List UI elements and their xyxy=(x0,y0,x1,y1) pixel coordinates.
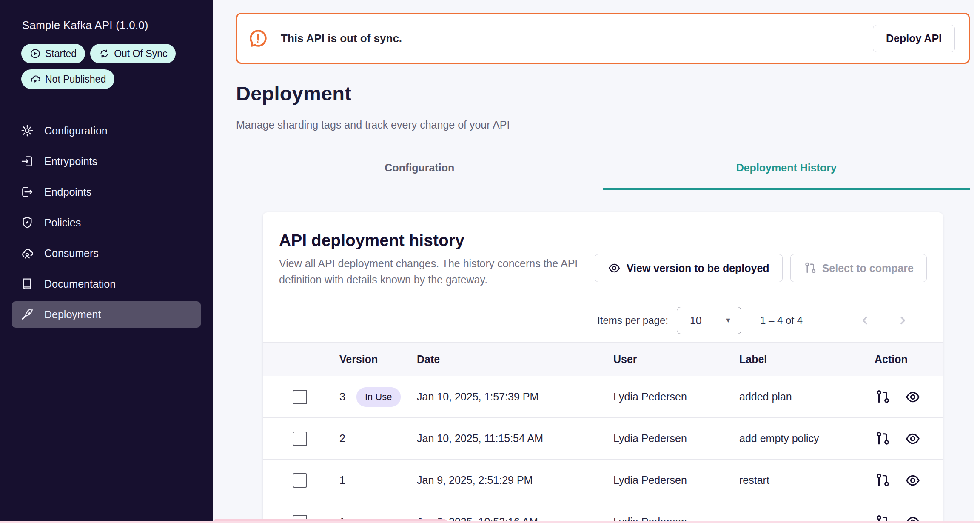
card-description: View all API deployment changes. The his… xyxy=(279,256,595,288)
row-label: added plan xyxy=(739,391,875,403)
row-checkbox[interactable] xyxy=(293,473,307,488)
row-user: Lydia Pedersen xyxy=(613,474,739,486)
sidebar-item-entrypoints[interactable]: Entrypoints xyxy=(12,148,201,174)
card-title: API deployment history xyxy=(279,231,595,250)
row-label: restart xyxy=(739,474,875,486)
api-title: Sample Kafka API (1.0.0) xyxy=(22,19,201,32)
sync-icon xyxy=(99,48,110,59)
banner-message: This API is out of sync. xyxy=(281,32,873,45)
eye-icon[interactable] xyxy=(905,389,920,405)
sidebar-item-label: Configuration xyxy=(44,125,108,137)
next-page-button[interactable] xyxy=(896,314,909,327)
sidebar-nav: Configuration Entrypoints Endpoints Poli… xyxy=(12,117,201,328)
row-checkbox[interactable] xyxy=(293,390,307,404)
sidebar-item-label: Entrypoints xyxy=(44,155,97,168)
eye-icon xyxy=(608,262,621,274)
deployment-history-card: API deployment history View all API depl… xyxy=(263,212,943,523)
table-row: 2 Jan 10, 2025, 11:15:54 AM Lydia Peders… xyxy=(263,417,943,459)
sidebar-divider xyxy=(12,106,201,106)
sidebar-item-label: Consumers xyxy=(44,247,99,260)
bottom-pink-strip xyxy=(0,521,980,523)
sidebar-item-label: Deployment xyxy=(44,309,101,321)
card-header-text: API deployment history View all API depl… xyxy=(279,231,595,288)
exit-arrow-icon xyxy=(20,185,34,199)
previous-page-button[interactable] xyxy=(859,314,872,327)
status-badge-out-of-sync: Out Of Sync xyxy=(90,44,176,63)
status-badge-label: Out Of Sync xyxy=(114,48,167,60)
chevron-right-icon xyxy=(896,314,909,327)
sidebar-item-label: Policies xyxy=(44,217,81,229)
book-icon xyxy=(20,277,34,291)
sidebar-item-consumers[interactable]: Consumers xyxy=(12,240,201,266)
tab-deployment-history[interactable]: Deployment History xyxy=(603,154,970,190)
warning-bubble-icon xyxy=(248,29,268,48)
table-header-row: Version Date User Label Action xyxy=(263,343,943,376)
compare-icon[interactable] xyxy=(875,389,890,405)
out-of-sync-banner: This API is out of sync. Deploy API xyxy=(236,13,970,64)
deploy-api-button[interactable]: Deploy API xyxy=(873,25,955,52)
column-header-version: Version xyxy=(327,353,417,366)
table-row: 1 Jan 9, 2025, 2:51:29 PM Lydia Pedersen… xyxy=(263,459,943,501)
version-number: 2 xyxy=(339,432,345,445)
play-circle-icon xyxy=(30,48,41,59)
items-per-page-label: Items per page: xyxy=(597,314,668,326)
pagination-bar: Items per page: 10 ▼ 1 – 4 of 4 xyxy=(263,299,943,342)
sidebar-item-documentation[interactable]: Documentation xyxy=(12,271,201,297)
page-subtitle: Manage sharding tags and track every cha… xyxy=(236,119,970,131)
version-number: 1 xyxy=(339,474,345,486)
deployment-history-table: Version Date User Label Action 3 In Use … xyxy=(263,342,943,523)
entry-arrow-icon xyxy=(20,154,34,168)
page-title: Deployment xyxy=(236,82,970,105)
status-badge-label: Not Published xyxy=(45,74,106,85)
column-header-action: Action xyxy=(875,353,943,366)
in-use-badge: In Use xyxy=(356,387,401,407)
view-version-label: View version to be deployed xyxy=(627,262,769,274)
tab-bar: Configuration Deployment History xyxy=(236,154,970,190)
scrollbar-track[interactable] xyxy=(974,0,980,523)
row-date: Jan 10, 2025, 1:57:39 PM xyxy=(417,391,613,403)
select-to-compare-button[interactable]: Select to compare xyxy=(790,254,927,282)
column-header-label: Label xyxy=(739,353,875,366)
api-status-badges: Started Out Of Sync Not Published xyxy=(21,44,200,89)
column-header-user: User xyxy=(613,353,739,366)
status-badge-started: Started xyxy=(21,44,85,63)
tab-configuration[interactable]: Configuration xyxy=(236,154,603,190)
row-date: Jan 9, 2025, 2:51:29 PM xyxy=(417,474,613,486)
column-header-date: Date xyxy=(417,353,613,366)
sidebar-item-label: Endpoints xyxy=(44,186,91,198)
version-number: 3 xyxy=(339,391,345,403)
sidebar: Sample Kafka API (1.0.0) Started Out Of … xyxy=(0,0,213,523)
eye-icon[interactable] xyxy=(905,473,920,488)
view-version-button[interactable]: View version to be deployed xyxy=(595,254,783,282)
row-user: Lydia Pedersen xyxy=(613,391,739,403)
gear-icon xyxy=(20,124,34,137)
chevron-down-icon: ▼ xyxy=(725,317,732,324)
sidebar-item-label: Documentation xyxy=(44,278,116,290)
cloud-user-icon xyxy=(20,246,34,260)
chevron-left-icon xyxy=(859,314,872,327)
sidebar-item-configuration[interactable]: Configuration xyxy=(12,117,201,144)
sidebar-item-policies[interactable]: Policies xyxy=(12,209,201,236)
card-header: API deployment history View all API depl… xyxy=(263,212,943,299)
eye-icon[interactable] xyxy=(905,431,920,446)
pagination-range: 1 – 4 of 4 xyxy=(760,314,803,326)
compare-icon[interactable] xyxy=(875,431,890,446)
items-per-page-select[interactable]: 10 ▼ xyxy=(677,307,741,334)
row-checkbox[interactable] xyxy=(293,432,307,446)
cloud-unpublished-icon xyxy=(30,74,41,85)
items-per-page-value: 10 xyxy=(690,314,702,327)
select-to-compare-label: Select to compare xyxy=(822,262,914,274)
compare-icon xyxy=(803,262,816,274)
main-content: This API is out of sync. Deploy API Depl… xyxy=(213,0,980,523)
rocket-icon xyxy=(20,308,34,321)
table-row: 3 In Use Jan 10, 2025, 1:57:39 PM Lydia … xyxy=(263,376,943,417)
row-date: Jan 10, 2025, 11:15:54 AM xyxy=(417,432,613,445)
compare-icon[interactable] xyxy=(875,473,890,488)
row-user: Lydia Pedersen xyxy=(613,432,739,445)
sidebar-item-deployment[interactable]: Deployment xyxy=(12,301,201,328)
sidebar-item-endpoints[interactable]: Endpoints xyxy=(12,179,201,205)
card-buttons: View version to be deployed Select to co… xyxy=(595,254,927,282)
status-badge-label: Started xyxy=(45,48,77,60)
row-label: add empty policy xyxy=(739,432,875,445)
status-badge-not-published: Not Published xyxy=(21,69,114,89)
